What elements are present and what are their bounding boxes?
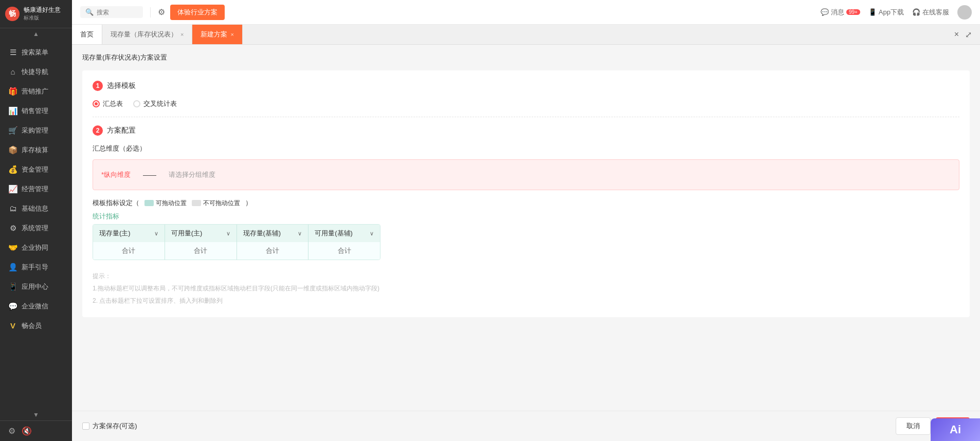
nodrag-label: 不可拖动位置	[203, 199, 240, 208]
sidebar-item-label: 系统管理	[22, 224, 48, 233]
save-checkbox-box	[82, 422, 89, 430]
sidebar-item-label: 基础信息	[22, 204, 48, 213]
tab-new[interactable]: 新建方案 ×	[192, 25, 242, 44]
phone-icon: 📱	[868, 8, 877, 16]
settings-icon[interactable]: ⚙	[8, 426, 15, 436]
stats-section: 统计指标 现存量(主) ∨ 可用量(主) ∨ 现存量(基辅)	[93, 212, 959, 262]
stats-table: 现存量(主) ∨ 可用量(主) ∨ 现存量(基辅) ∨ 可用量(基辅)	[93, 224, 380, 260]
search-box[interactable]: 🔍	[80, 6, 143, 18]
sidebar-item-sales[interactable]: 📊 销售管理	[0, 101, 72, 121]
member-icon: V	[8, 321, 17, 330]
template-radio-group: 汇总表 交叉统计表	[93, 99, 959, 108]
ai-badge[interactable]: Ai	[931, 418, 980, 441]
tab-new-label: 新建方案	[201, 30, 227, 39]
message-btn[interactable]: 💬 消息 99+	[821, 8, 860, 17]
speaker-icon[interactable]: 🔇	[22, 426, 32, 436]
radio-summary-circle	[93, 100, 100, 107]
col-3-arrow[interactable]: ∨	[370, 230, 374, 237]
online-service-btn[interactable]: 🎧 在线客服	[912, 8, 949, 17]
col-0-arrow[interactable]: ∨	[154, 230, 158, 237]
topbar: 🔍 ⚙ 体验行业方案 💬 消息 99+ 📱 App下载 🎧 在线客服	[72, 0, 980, 25]
stats-col-2: 现存量(基辅) ∨	[237, 225, 309, 242]
stats-body-row: 合计 合计 合计 合计	[93, 242, 380, 260]
cooperation-icon: 🤝	[8, 243, 17, 252]
col-2-arrow[interactable]: ∨	[298, 230, 302, 237]
industry-btn[interactable]: 体验行业方案	[170, 5, 225, 20]
system-icon: ⚙	[8, 224, 17, 233]
content-area: 现存量(库存状况表)方案设置 1 选择模板 汇总表 交叉统计表 2	[72, 45, 980, 411]
finance-icon: 💰	[8, 165, 17, 174]
online-service-label: 在线客服	[922, 8, 949, 17]
app-version: 标准版	[24, 14, 61, 22]
tab-inventory-label: 现存量（库存状况表）	[111, 30, 177, 39]
sidebar-item-cooperation[interactable]: 🤝 企业协同	[0, 238, 72, 258]
sidebar-item-app-center[interactable]: 📱 应用中心	[0, 277, 72, 297]
tab-home[interactable]: 首页	[72, 25, 102, 44]
sidebar-item-search-menu[interactable]: ☰ 搜索菜单	[0, 43, 72, 62]
drag-box-icon	[144, 200, 154, 206]
radio-cross-label: 交叉统计表	[143, 99, 177, 108]
stats-col-1: 可用量(主) ∨	[165, 225, 237, 242]
message-icon: 💬	[821, 8, 829, 16]
operation-icon: 📈	[8, 185, 17, 194]
search-input[interactable]	[97, 9, 138, 16]
app-name: 畅康通好生意	[24, 6, 61, 14]
step1-title: 选择模板	[107, 81, 136, 90]
avatar[interactable]	[957, 5, 972, 20]
step1-panel: 1 选择模板 汇总表 交叉统计表 2 方案配置 汇总维度（必选）	[82, 70, 970, 317]
radio-summary[interactable]: 汇总表	[93, 99, 123, 108]
sidebar-item-quick-nav[interactable]: ⌂ 快捷导航	[0, 62, 72, 82]
tab-inventory[interactable]: 现存量（库存状况表） ×	[102, 25, 192, 44]
marketing-icon: 🎁	[8, 87, 17, 96]
indicator-settings-text: 模板指标设定（	[93, 198, 139, 208]
sidebar-item-finance[interactable]: 💰 资金管理	[0, 160, 72, 179]
sidebar-item-label: 快捷导航	[22, 67, 48, 77]
sidebar-item-label: 新手引导	[22, 263, 48, 272]
app-download-label: App下载	[879, 8, 904, 17]
save-label: 方案保存(可选)	[93, 421, 137, 431]
message-badge: 99+	[846, 9, 860, 15]
tab-new-close[interactable]: ×	[230, 31, 233, 38]
sidebar-nav: ☰ 搜索菜单 ⌂ 快捷导航 🎁 营销推广 📊 销售管理 🛒 采购管理 📦 库存核…	[0, 40, 72, 409]
section-divider-1	[93, 117, 959, 117]
indicator-settings-suffix: ）	[245, 198, 252, 208]
nodrag-box-icon	[192, 200, 201, 206]
search-icon: 🔍	[85, 8, 94, 16]
step1-header: 1 选择模板	[93, 81, 959, 91]
sidebar-item-system[interactable]: ⚙ 系统管理	[0, 218, 72, 238]
sidebar-item-inventory[interactable]: 📦 库存核算	[0, 140, 72, 160]
window-close-btn[interactable]: ×	[954, 30, 959, 39]
cancel-button[interactable]: 取消	[896, 417, 931, 435]
step1-num: 1	[93, 81, 103, 91]
stats-col-3: 可用量(基辅) ∨	[308, 225, 380, 242]
new-guide-icon: 👤	[8, 263, 17, 272]
gear-icon[interactable]: ⚙	[158, 7, 165, 17]
dim-arrow: ——	[143, 171, 156, 179]
sidebar-item-marketing[interactable]: 🎁 营销推广	[0, 82, 72, 101]
sidebar-item-label: 库存核算	[22, 145, 48, 155]
sidebar-item-purchase[interactable]: 🛒 采购管理	[0, 121, 72, 140]
sidebar-item-member[interactable]: V 畅会员	[0, 316, 72, 336]
app-download-btn[interactable]: 📱 App下载	[868, 8, 904, 17]
sidebar-item-new-guide[interactable]: 👤 新手引导	[0, 258, 72, 277]
dim-required-label: *纵向维度	[101, 170, 131, 179]
search-menu-icon: ☰	[8, 48, 17, 57]
sidebar-bottom: ⚙ 🔇	[0, 420, 72, 441]
save-checkbox[interactable]: 方案保存(可选)	[82, 421, 137, 431]
stats-cell-3: 合计	[308, 242, 380, 260]
page-title: 现存量(库存状况表)方案设置	[82, 53, 970, 62]
sidebar-item-operation[interactable]: 📈 经营管理	[0, 179, 72, 199]
radio-cross[interactable]: 交叉统计表	[133, 99, 177, 108]
app-logo: 畅 畅康通好生意 标准版	[0, 0, 72, 28]
sidebar-scroll-down[interactable]: ▼	[0, 409, 72, 420]
sidebar-scroll-up[interactable]: ▲	[0, 28, 72, 40]
purchase-icon: 🛒	[8, 126, 17, 135]
step2-title: 方案配置	[107, 126, 136, 135]
dim-selector[interactable]: *纵向维度 —— 请选择分组维度	[93, 159, 959, 190]
col-1-arrow[interactable]: ∨	[226, 230, 230, 237]
tips-title: 提示：	[93, 270, 959, 282]
sidebar-item-wechat[interactable]: 💬 企业微信	[0, 297, 72, 316]
sidebar-item-basic-info[interactable]: 🗂 基础信息	[0, 199, 72, 218]
window-expand-btn[interactable]: ⤢	[965, 30, 972, 40]
tab-inventory-close[interactable]: ×	[180, 31, 184, 38]
